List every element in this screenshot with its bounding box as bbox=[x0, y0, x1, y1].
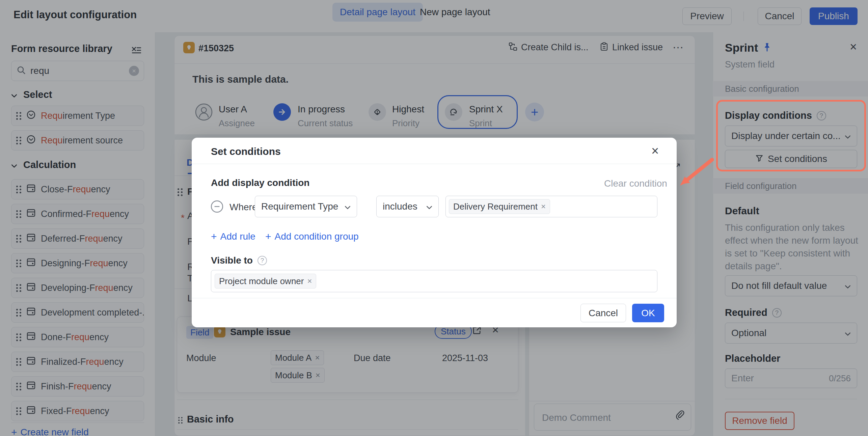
visible-to-label: Visible to ? bbox=[211, 255, 267, 266]
remove-tag-icon[interactable]: × bbox=[541, 202, 546, 211]
chevron-down-icon bbox=[345, 201, 351, 212]
clear-condition-link[interactable]: Clear condition bbox=[604, 178, 667, 189]
plus-icon: + bbox=[211, 231, 217, 242]
close-modal-icon[interactable]: × bbox=[651, 144, 659, 158]
modal-footer-divider bbox=[192, 298, 677, 298]
remove-rule-icon[interactable] bbox=[210, 200, 224, 215]
help-icon[interactable]: ? bbox=[257, 256, 267, 265]
condition-value-input[interactable]: Delivery Requirement × bbox=[445, 196, 657, 217]
chevron-down-icon bbox=[426, 201, 432, 212]
annotation-highlight-box bbox=[716, 100, 866, 171]
annotation-arrow bbox=[675, 154, 715, 189]
app-root: Edit layout configuration Detail page la… bbox=[0, 0, 868, 436]
modal-title: Set conditions bbox=[211, 146, 281, 157]
condition-operator-select[interactable]: includes bbox=[376, 196, 439, 217]
where-label: Where bbox=[229, 202, 257, 213]
modal-cancel-button[interactable]: Cancel bbox=[580, 304, 626, 322]
visible-to-input[interactable]: Project module owner × bbox=[211, 270, 657, 292]
visible-to-tag: Project module owner × bbox=[215, 274, 316, 289]
set-conditions-modal: Set conditions × Add display condition C… bbox=[192, 138, 677, 327]
condition-field-select[interactable]: Requirement Type bbox=[255, 196, 357, 217]
add-condition-group-link[interactable]: + Add condition group bbox=[265, 231, 359, 242]
condition-value-tag: Delivery Requirement × bbox=[449, 199, 550, 214]
remove-tag-icon[interactable]: × bbox=[307, 276, 312, 286]
modal-ok-button[interactable]: OK bbox=[632, 304, 664, 322]
add-display-condition-label: Add display condition bbox=[211, 178, 309, 188]
plus-icon: + bbox=[265, 231, 271, 242]
add-rule-link[interactable]: + Add rule bbox=[211, 231, 255, 242]
modal-header-divider bbox=[192, 164, 677, 164]
